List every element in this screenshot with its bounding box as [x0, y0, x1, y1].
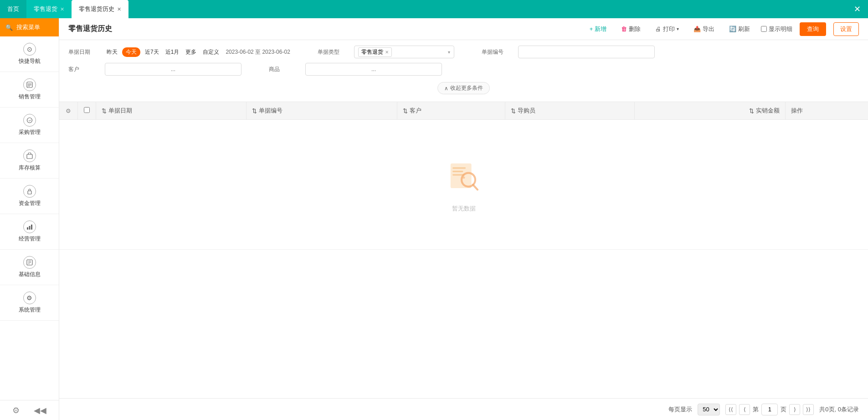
number-column-header: ⇅ 单据编号	[247, 102, 397, 120]
customer-filter-btn[interactable]: ...	[105, 63, 241, 76]
sidebar-item-quick-nav-label: 快捷导航	[19, 57, 41, 65]
filter-row-1: 单据日期 昨天 今天 近7天 近1月 更多 自定义 2023-06-02 至 2…	[68, 46, 859, 58]
purchase-mgmt-icon	[23, 114, 36, 127]
date-opt-today[interactable]: 今天	[122, 47, 140, 57]
checkbox-column-header[interactable]	[77, 102, 96, 120]
settings-column-header[interactable]: ⚙	[59, 102, 77, 120]
operations-icon	[23, 220, 36, 233]
finance-icon	[23, 185, 36, 198]
filter-area: 单据日期 昨天 今天 近7天 近1月 更多 自定义 2023-06-02 至 2…	[59, 40, 868, 102]
guide-column-header: ⇅ 导购员	[505, 102, 635, 120]
window-close-button[interactable]: ✕	[854, 4, 861, 14]
sidebar-item-operations-label: 经营管理	[19, 235, 41, 243]
export-button[interactable]: 📤 导出	[690, 23, 718, 35]
total-info: 共0页, 0条记录	[819, 405, 859, 414]
collapse-button[interactable]: ∧ 收起更多条件	[437, 82, 490, 94]
goods-filter-btn[interactable]: ...	[305, 63, 442, 76]
goods-filter-label: 商品	[269, 66, 296, 73]
type-filter-label: 单据类型	[318, 48, 345, 56]
query-button[interactable]: 查询	[800, 22, 826, 36]
sidebar-item-quick-nav[interactable]: ⊙ 快捷导航	[0, 36, 59, 72]
select-all-checkbox[interactable]	[84, 107, 90, 113]
inventory-icon	[23, 149, 36, 162]
sidebar-item-sales-mgmt[interactable]: 销售管理	[0, 72, 59, 108]
sidebar-item-inventory[interactable]: 库存核算	[0, 143, 59, 179]
settings-footer-icon[interactable]: ⚙	[12, 405, 20, 415]
sidebar-nav: ⊙ 快捷导航 销售管理 采购管理 库存核算	[0, 36, 59, 400]
type-select-arrow: ▾	[448, 50, 450, 55]
sidebar-search[interactable]: 🔍 搜索菜单	[0, 18, 59, 36]
show-detail-checkbox[interactable]: 显示明细	[761, 25, 792, 33]
tab-retail-return-label: 零售退货	[34, 5, 57, 13]
sidebar-item-system[interactable]: ⚙ 系统管理	[0, 285, 59, 321]
header-actions: + 新增 🗑 删除 🖨 打印 ▾ 📤 导出 🔄 刷新	[586, 22, 859, 36]
sidebar-item-basic-info[interactable]: 基础信息	[0, 250, 59, 285]
content-area: 零售退货历史 + 新增 🗑 删除 🖨 打印 ▾ 📤 导出 🔄	[59, 18, 868, 420]
svg-point-20	[462, 176, 465, 179]
sidebar-item-finance-label: 资金管理	[19, 200, 41, 207]
sidebar-footer: ⚙ ◀◀	[0, 400, 59, 420]
number-sort-icon: ⇅	[252, 108, 257, 114]
settings-button[interactable]: 设置	[833, 22, 859, 36]
svg-rect-6	[28, 191, 31, 194]
page-label: 第	[753, 405, 759, 414]
type-tag-close[interactable]: ✕	[385, 50, 389, 55]
date-opt-7days[interactable]: 近7天	[143, 47, 161, 57]
collapse-icon: ∧	[444, 85, 448, 92]
sidebar-item-system-label: 系统管理	[19, 306, 41, 314]
tab-retail-return[interactable]: 零售退货 ✕	[26, 0, 72, 18]
tab-home-label: 首页	[7, 5, 19, 13]
tab-retail-return-history[interactable]: 零售退货历史 ✕	[72, 0, 128, 18]
number-filter-label: 单据编号	[482, 48, 509, 56]
table-container: ⚙ ⇅ 单据日期 ⇅	[59, 102, 868, 398]
new-button[interactable]: + 新增	[586, 23, 610, 35]
print-button[interactable]: 🖨 打印 ▾	[652, 23, 683, 35]
date-opt-more[interactable]: 更多	[184, 47, 198, 57]
show-detail-checkbox-input[interactable]	[761, 26, 767, 32]
svg-rect-5	[27, 154, 32, 159]
sidebar-item-purchase-mgmt[interactable]: 采购管理	[0, 108, 59, 143]
print-icon: 🖨	[655, 26, 661, 32]
tab-retail-return-history-close[interactable]: ✕	[117, 6, 121, 12]
date-column-label: ⇅	[102, 108, 107, 114]
volume-footer-icon[interactable]: ◀◀	[34, 405, 46, 415]
date-opt-custom[interactable]: 自定义	[201, 47, 221, 57]
sidebar-item-finance[interactable]: 资金管理	[0, 179, 59, 214]
refresh-icon: 🔄	[729, 26, 736, 32]
customer-filter-label: 客户	[68, 66, 96, 73]
prev-page-button[interactable]: ⟨	[739, 404, 750, 415]
amount-column-header: ⇅ 实销金额	[635, 102, 786, 120]
svg-rect-9	[31, 225, 32, 230]
type-filter-input[interactable]: 零售退货 ✕ ▾	[354, 46, 454, 58]
next-page-button[interactable]: ⟩	[789, 404, 800, 415]
refresh-button[interactable]: 🔄 刷新	[725, 23, 754, 35]
date-options: 昨天 今天 近7天 近1月 更多 自定义 2023-06-02 至 2023-0…	[105, 47, 290, 57]
page-size-label: 每页显示	[668, 405, 692, 414]
tab-retail-return-close[interactable]: ✕	[60, 6, 64, 12]
export-icon: 📤	[693, 26, 701, 32]
filter-row-2: 客户 ... 商品 ...	[68, 63, 859, 76]
page-size-select[interactable]: 50	[698, 404, 720, 415]
action-column-header: 操作	[785, 102, 868, 120]
sidebar-search-label: 搜索菜单	[16, 23, 40, 31]
last-page-button[interactable]: ⟩⟩	[803, 404, 814, 415]
page-number-input[interactable]	[761, 404, 778, 415]
number-filter-input[interactable]	[518, 46, 655, 58]
tab-home[interactable]: 首页	[0, 0, 26, 18]
basic-info-icon	[23, 256, 36, 269]
svg-rect-8	[29, 226, 30, 230]
first-page-button[interactable]: ⟨⟨	[725, 404, 736, 415]
sidebar: 🔍 搜索菜单 ⊙ 快捷导航 销售管理 采购管理	[0, 18, 59, 420]
date-column-header: ⇅ 单据日期	[96, 102, 247, 120]
customer-sort-icon: ⇅	[403, 108, 408, 114]
sidebar-item-operations[interactable]: 经营管理	[0, 214, 59, 250]
system-icon: ⚙	[23, 292, 36, 304]
date-opt-yesterday[interactable]: 昨天	[105, 47, 119, 57]
search-icon: 🔍	[5, 24, 13, 31]
date-opt-1month[interactable]: 近1月	[164, 47, 181, 57]
page-nav: ⟨⟨ ⟨ 第 页 ⟩ ⟩⟩	[725, 404, 814, 415]
delete-button[interactable]: 🗑 删除	[617, 23, 644, 35]
svg-point-4	[27, 118, 32, 123]
amount-sort-icon: ⇅	[749, 108, 754, 114]
tab-retail-return-history-label: 零售退货历史	[79, 5, 114, 13]
